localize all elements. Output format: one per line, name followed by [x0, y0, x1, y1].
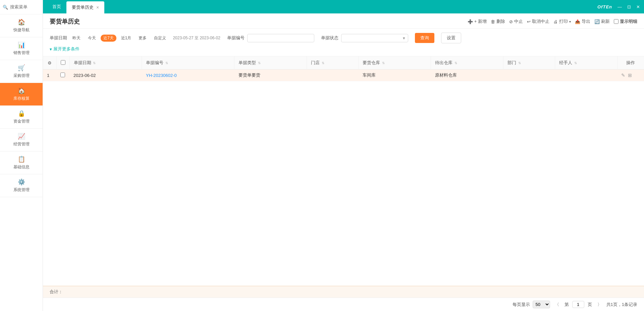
data-table: ⚙ 单据日期 ⇅ 单据编号 ⇅ 单据类型	[43, 56, 644, 81]
page-header: 要货单历史 ➕ + 新增 🗑 删除 ⊘ 中止 ↩ 取消中止	[43, 13, 644, 29]
th-store[interactable]: 门店 ⇅	[307, 56, 359, 70]
filter-docno-input[interactable]	[247, 34, 314, 42]
cell-date: 2023-06-02	[69, 70, 142, 81]
print-button[interactable]: 🖨 打印 ▾	[553, 18, 571, 25]
maximize-button[interactable]: ⊡	[627, 4, 631, 9]
th-date[interactable]: 单据日期 ⇅	[69, 56, 142, 70]
sort-icon-reqwh: ⇅	[382, 61, 385, 65]
th-doc-type[interactable]: 单据类型 ⇅	[234, 56, 307, 70]
sort-icon-store: ⇅	[322, 61, 324, 65]
th-store-label: 门店	[311, 60, 320, 65]
topbar: 首页 要货单历史 × OfTEn — ⊡ ✕	[43, 0, 644, 13]
delete-button[interactable]: 🗑 删除	[491, 18, 505, 25]
th-req-warehouse[interactable]: 要货仓库 ⇅	[359, 56, 431, 70]
sort-icon-doctype: ⇅	[258, 61, 261, 65]
sidebar-search[interactable]: 🔍 搜索菜单	[0, 0, 43, 14]
row-edit-icon[interactable]: ✎	[621, 73, 625, 78]
th-operations: 操作	[617, 56, 644, 70]
display-detail-label: 显示明细	[620, 18, 637, 25]
content-area: 要货单历史 ➕ + 新增 🗑 删除 ⊘ 中止 ↩ 取消中止	[43, 13, 644, 311]
next-page-button[interactable]: 〉	[595, 301, 604, 308]
cancel-stop-icon: ↩	[527, 19, 531, 24]
stop-icon: ⊘	[509, 19, 513, 24]
sidebar-item-sales[interactable]: 📊 销售管理	[0, 37, 43, 60]
export-button[interactable]: 📤 导出	[575, 18, 590, 25]
th-handler[interactable]: 经手人 ⇅	[555, 56, 617, 70]
refresh-button[interactable]: 🔄 刷新	[594, 18, 610, 25]
sidebar-item-system[interactable]: ⚙️ 系统管理	[0, 174, 43, 197]
sort-icon-date: ⇅	[93, 61, 96, 65]
th-settings[interactable]: ⚙	[43, 56, 56, 70]
display-detail-checkbox[interactable]	[614, 19, 619, 24]
tab-close-icon[interactable]: ×	[96, 5, 99, 10]
print-dropdown-icon[interactable]: ▾	[569, 20, 571, 24]
sidebar-item-operations[interactable]: 📈 经营管理	[0, 129, 43, 151]
th-checkbox	[56, 56, 69, 70]
date-btn-more[interactable]: 更多	[136, 35, 149, 42]
filter-date-group: 单据日期 昨天 今天 近7天 近1月 更多 自定义 2023-05-27 至 2…	[50, 35, 220, 42]
sidebar-item-label: 快捷导航	[13, 27, 30, 33]
date-btn-yesterday[interactable]: 昨天	[70, 35, 83, 42]
info-icon: 📋	[18, 156, 25, 163]
filter-status-select[interactable]: ▾	[341, 34, 408, 42]
sidebar-item-finance[interactable]: 🔒 资金管理	[0, 106, 43, 129]
tab-order-history[interactable]: 要货单历史 ×	[66, 1, 104, 13]
stop-button[interactable]: ⊘ 中止	[509, 18, 523, 25]
sidebar-item-label: 库存核算	[13, 96, 30, 101]
page-size-select[interactable]: 50 100 200	[533, 301, 550, 308]
filter-date-label: 单据日期	[50, 35, 67, 41]
date-btn-today[interactable]: 今天	[85, 35, 99, 42]
sidebar-item-label: 采购管理	[13, 73, 30, 79]
sidebar-item-inventory[interactable]: 🏠 库存核算	[0, 83, 43, 106]
sidebar-item-basic[interactable]: 📋 基础信息	[0, 151, 43, 174]
cell-store	[307, 70, 359, 81]
query-button[interactable]: 查询	[415, 33, 434, 43]
cell-checkbox	[56, 70, 69, 81]
cell-doc-no: YH-20230602-0	[142, 70, 234, 81]
plus-icon: ➕	[468, 19, 473, 24]
tab-home-label: 首页	[52, 4, 61, 10]
expand-more-button[interactable]: ▾ 展开更多条件	[50, 46, 637, 52]
row-checkbox[interactable]	[60, 73, 65, 77]
chevron-down-icon: ▾	[50, 47, 52, 52]
row-more-icon[interactable]: ⊞	[628, 73, 632, 78]
close-button[interactable]: ✕	[636, 4, 640, 9]
cell-pending-warehouse: 原材料仓库	[431, 70, 503, 81]
minimize-button[interactable]: —	[618, 4, 622, 9]
th-department[interactable]: 部门 ⇅	[503, 56, 555, 70]
lock-icon: 🔒	[18, 110, 25, 117]
table-header-row: ⚙ 单据日期 ⇅ 单据编号 ⇅ 单据类型	[43, 56, 644, 70]
cell-handler	[555, 70, 617, 81]
gear-icon: ⚙️	[18, 178, 25, 186]
doc-no-link[interactable]: YH-20230602-0	[146, 73, 177, 78]
sidebar-item-quick-nav[interactable]: 🏠 快捷导航	[0, 14, 43, 37]
chart-icon: 📊	[18, 41, 25, 49]
export-icon: 📤	[575, 19, 580, 24]
filter-status-label: 单据状态	[321, 35, 338, 41]
cancel-stop-button[interactable]: ↩ 取消中止	[527, 18, 549, 25]
row-actions: ✎ ⊞	[621, 73, 640, 78]
sidebar-item-label: 经营管理	[13, 141, 30, 147]
date-btn-7days[interactable]: 近7天	[101, 35, 116, 42]
settings-button[interactable]: 设置	[441, 33, 461, 43]
th-pending-warehouse[interactable]: 待出仓库 ⇅	[431, 56, 503, 70]
cell-seq: 1	[43, 70, 56, 81]
tab-home[interactable]: 首页	[47, 0, 66, 13]
expand-more-label: 展开更多条件	[53, 46, 79, 52]
date-btn-1month[interactable]: 近1月	[118, 35, 134, 42]
sort-icon-dept: ⇅	[518, 61, 521, 65]
sort-icon-handler: ⇅	[574, 61, 577, 65]
filter-row: 单据日期 昨天 今天 近7天 近1月 更多 自定义 2023-05-27 至 2…	[50, 33, 637, 43]
new-button[interactable]: ➕ + 新增	[468, 18, 487, 25]
th-doc-no[interactable]: 单据编号 ⇅	[142, 56, 234, 70]
date-btn-custom[interactable]: 自定义	[151, 35, 169, 42]
cell-actions: ✎ ⊞	[617, 70, 644, 81]
prev-page-button[interactable]: 〈	[553, 301, 561, 308]
filter-docno-group: 单据编号	[227, 34, 314, 42]
topbar-right: OfTEn — ⊡ ✕	[597, 4, 640, 9]
filter-area: 单据日期 昨天 今天 近7天 近1月 更多 自定义 2023-05-27 至 2…	[43, 29, 644, 56]
select-all-checkbox[interactable]	[61, 60, 65, 65]
sidebar-item-purchase[interactable]: 🛒 采购管理	[0, 60, 43, 83]
page-size-label: 每页显示	[513, 302, 530, 308]
page-number-input[interactable]	[572, 301, 584, 308]
